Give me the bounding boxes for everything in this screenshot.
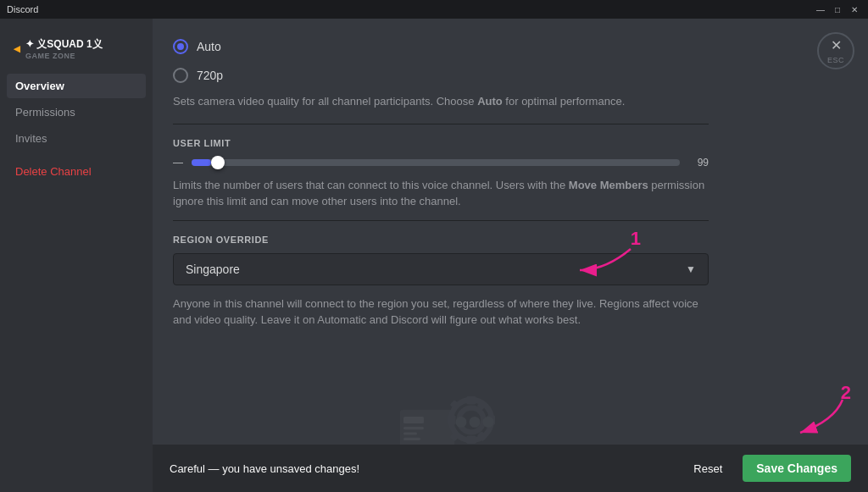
app-title: Discord (7, 4, 38, 14)
sidebar-item-invites[interactable]: Invites (7, 126, 146, 151)
radio-720[interactable] (173, 68, 188, 83)
svg-point-18 (483, 417, 494, 428)
svg-rect-10 (448, 415, 456, 424)
radio-auto[interactable] (173, 39, 188, 54)
chevron-down-icon: ▼ (686, 263, 696, 275)
slider-max-value: 99 (688, 157, 709, 169)
region-section: REGION OVERRIDE 1 Singapore (173, 235, 709, 329)
close-button[interactable]: ✕ (848, 3, 861, 16)
server-name: ◀ ✦ 义SQUAD 1义 GAME ZONE (7, 32, 146, 65)
svg-point-17 (470, 417, 481, 428)
svg-rect-9 (466, 435, 476, 444)
maximize-button[interactable]: □ (831, 3, 844, 16)
server-icon: ◀ (14, 44, 20, 53)
region-selected-value: Singapore (186, 263, 240, 276)
annotation-2-area: 2 (783, 395, 851, 441)
quality-720-option[interactable]: 720p (173, 61, 709, 90)
slider-container (192, 159, 680, 166)
user-limit-header: USER LIMIT (173, 138, 709, 148)
annotation-2-arrow (783, 395, 851, 438)
save-changes-button[interactable]: Save Changes (743, 455, 851, 482)
annotation-2-number: 2 (841, 382, 851, 404)
svg-rect-4 (403, 432, 417, 434)
minimize-button[interactable]: — (814, 3, 827, 16)
settings-panel: Auto 720p Sets camera video quality for … (153, 19, 729, 492)
slider-min-label: — (173, 157, 183, 169)
sidebar: ◀ ✦ 义SQUAD 1义 GAME ZONE Overview Permiss… (0, 19, 153, 492)
region-description: Anyone in this channel will connect to t… (173, 296, 709, 329)
region-select-dropdown[interactable]: Singapore ▼ (173, 253, 709, 285)
svg-rect-3 (403, 427, 424, 429)
svg-point-16 (456, 417, 467, 428)
user-limit-description: Limits the number of users that can conn… (173, 177, 709, 210)
slider-fill (192, 159, 211, 166)
bottom-bar: Careful — you have unsaved changes! Rese… (153, 445, 868, 492)
content-area: ✕ ESC Auto 720p Sets camera video qualit… (153, 19, 868, 492)
unsaved-changes-warning: Careful — you have unsaved changes! (170, 462, 673, 475)
server-name-text: ✦ 义SQUAD 1义 GAME ZONE (25, 37, 103, 60)
sidebar-item-overview[interactable]: Overview (7, 74, 146, 98)
app-body: ◀ ✦ 义SQUAD 1义 GAME ZONE Overview Permiss… (0, 19, 868, 492)
window-controls: — □ ✕ (814, 3, 861, 16)
esc-label: ESC (827, 56, 844, 64)
slider-track[interactable] (192, 159, 680, 166)
svg-rect-2 (403, 417, 424, 423)
sidebar-item-delete-channel[interactable]: Delete Channel (7, 159, 146, 184)
quality-description: Sets camera video quality for all channe… (173, 93, 709, 110)
svg-rect-5 (403, 437, 420, 439)
slider-row: — 99 (173, 157, 709, 169)
titlebar: Discord — □ ✕ (0, 0, 868, 19)
reset-button[interactable]: Reset (683, 457, 732, 480)
x-icon: ✕ (831, 37, 842, 53)
esc-button[interactable]: ✕ ESC (817, 32, 854, 69)
svg-rect-8 (466, 396, 476, 405)
region-override-header: REGION OVERRIDE (173, 235, 709, 245)
sidebar-item-permissions[interactable]: Permissions (7, 100, 146, 124)
slider-thumb[interactable] (211, 156, 225, 169)
quality-auto-option[interactable]: Auto (173, 32, 709, 61)
